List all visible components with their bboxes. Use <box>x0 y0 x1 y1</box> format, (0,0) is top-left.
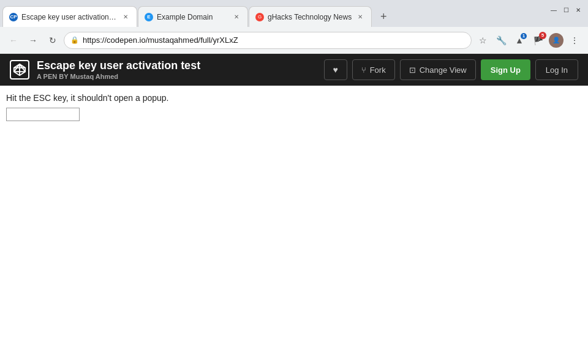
fork-icon: ⑂ <box>361 65 366 75</box>
tab2-favicon: E <box>145 13 153 21</box>
codepen-actions: ♥ ⑂ Fork ⊡ Change View Sign Up Log In <box>324 59 578 80</box>
tab1-title: Escape key user activation test <box>21 13 117 21</box>
upvote-button[interactable]: ▲ 1 <box>511 32 528 49</box>
tab3-favicon: G <box>255 13 264 21</box>
codepen-header: Escape key user activation test A PEN BY… <box>0 54 588 86</box>
tab2-close-button[interactable]: ✕ <box>232 12 241 22</box>
change-view-label: Change View <box>420 65 467 75</box>
back-button[interactable]: ← <box>5 32 22 49</box>
bookmark-button[interactable]: ☆ <box>474 32 491 49</box>
reload-button[interactable]: ↻ <box>44 32 61 49</box>
tab-bar: CP Escape key user activation test ✕ E E… <box>0 6 588 27</box>
instruction-text: Hit the ESC key, it shouldn't open a pop… <box>6 93 582 103</box>
tab3-close-button[interactable]: ✕ <box>355 12 365 22</box>
window-controls: — ☐ ✕ <box>550 6 582 13</box>
tab1-close-button[interactable]: ✕ <box>121 12 130 22</box>
nav-right-controls: ☆ 🔧 ▲ 1 🏴 5 👤 ⋮ <box>474 32 583 49</box>
address-bar[interactable]: 🔒 https://codepen.io/mustaqahmed/full/yr… <box>64 32 472 49</box>
pen-author-line: A PEN BY Mustaq Ahmed <box>37 73 317 80</box>
signup-button[interactable]: Sign Up <box>481 59 530 80</box>
change-view-icon: ⊡ <box>409 65 416 75</box>
fork-label: Fork <box>370 65 386 75</box>
forward-button[interactable]: → <box>24 32 42 49</box>
upvote-badge: 1 <box>521 33 527 39</box>
change-view-button[interactable]: ⊡ Change View <box>400 59 476 80</box>
pen-author-name[interactable]: Mustaq Ahmed <box>70 73 118 80</box>
tab-escape-key[interactable]: CP Escape key user activation test ✕ <box>2 6 137 27</box>
login-button[interactable]: Log In <box>535 59 578 80</box>
maximize-button[interactable]: ☐ <box>562 6 570 13</box>
pen-author-prefix: A PEN BY <box>37 73 69 80</box>
close-window-button[interactable]: ✕ <box>575 6 582 13</box>
profile-avatar[interactable]: 👤 <box>548 32 565 49</box>
content-area: Hit the ESC key, it shouldn't open a pop… <box>0 86 588 330</box>
new-tab-button[interactable]: + <box>375 8 392 25</box>
flag-badge: 5 <box>539 32 546 39</box>
codepen-logo[interactable] <box>10 60 29 80</box>
menu-button[interactable]: ⋮ <box>566 32 583 49</box>
minimize-button[interactable]: — <box>550 6 557 13</box>
codepen-logo-icon <box>13 63 26 76</box>
tab-example-domain[interactable]: E Example Domain ✕ <box>138 6 248 27</box>
heart-button[interactable]: ♥ <box>324 59 347 80</box>
secure-icon: 🔒 <box>70 36 79 44</box>
navigation-bar: ← → ↻ 🔒 https://codepen.io/mustaqahmed/f… <box>0 27 588 54</box>
url-display: https://codepen.io/mustaqahmed/full/yrXL… <box>83 35 465 45</box>
tab-ghacks[interactable]: G gHacks Technology News ✕ <box>249 6 372 27</box>
heart-icon: ♥ <box>333 65 337 75</box>
tab3-title: gHacks Technology News <box>268 13 352 21</box>
avatar-image: 👤 <box>549 33 564 48</box>
escape-test-input[interactable] <box>6 108 80 121</box>
tab1-favicon: CP <box>9 13 18 21</box>
flag-button[interactable]: 🏴 5 <box>529 32 546 49</box>
pen-title: Escape key user activation test <box>37 59 317 73</box>
browser-chrome: CP Escape key user activation test ✕ E E… <box>0 0 588 27</box>
tab2-title: Example Domain <box>157 13 228 21</box>
extension-button[interactable]: 🔧 <box>492 32 510 49</box>
codepen-title-block: Escape key user activation test A PEN BY… <box>37 59 317 80</box>
fork-button[interactable]: ⑂ Fork <box>352 59 395 80</box>
